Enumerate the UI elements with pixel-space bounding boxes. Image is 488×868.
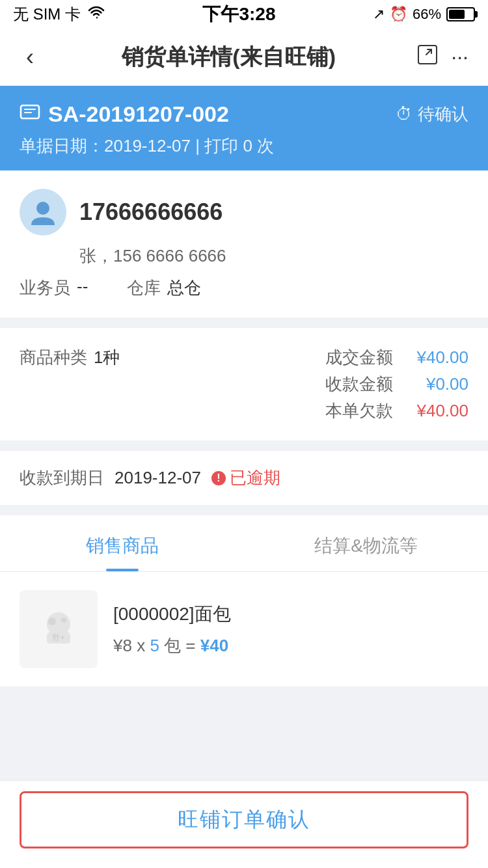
customer-meta: 业务员 -- 仓库 总仓 [20,277,468,299]
svg-point-5 [61,617,66,623]
order-icon [20,103,40,126]
battery-icon [446,7,475,21]
page-title: 销货单详情(来自旺铺) [122,42,336,72]
svg-text:野+: 野+ [52,633,64,642]
back-button[interactable]: ‹ [20,37,40,77]
nav-bar: ‹ 销货单详情(来自旺铺) ··· [0,29,488,86]
customer-phone: 17666666666 [79,198,223,226]
order-header-top: SA-20191207-002 ⏱ 待确认 [20,102,468,127]
salesperson-label: 业务员 [20,277,70,299]
warehouse-value: 总仓 [167,277,201,299]
product-list: 野+ [0000002]面包 ¥8 x 5 包 = ¥40 [0,572,488,687]
overdue-icon: ! [211,471,226,485]
product-price: ¥8 x 5 包 = ¥40 [113,634,468,657]
svg-point-2 [36,202,49,215]
warehouse-label: 仓库 [127,277,161,299]
product-total: ¥40 [200,636,228,655]
status-left: 无 SIM 卡 [13,4,105,25]
product-image: 野+ [20,590,98,668]
tabs-bar: 销售商品 结算&物流等 [0,515,488,572]
table-row: 野+ [0000002]面包 ¥8 x 5 包 = ¥40 [0,572,488,687]
warehouse-field: 仓库 总仓 [127,277,201,299]
salesperson-field: 业务员 -- [20,277,88,299]
confirm-order-button[interactable]: 旺铺订单确认 [20,791,468,848]
status-right: ↗ ⏰ 66% [373,6,475,23]
due-date-label: 收款到期日 [20,467,104,489]
overdue-text: 已逾期 [230,467,280,489]
deal-amount-label: 成交金额 [315,346,393,369]
bottom-bar: 旺铺订单确认 [0,780,488,868]
tab-settlement[interactable]: 结算&物流等 [244,515,488,571]
more-button[interactable]: ··· [451,45,468,69]
due-date-value: 2019-12-07 [115,468,201,488]
customer-card: 17666666666 张，156 6666 6666 业务员 -- 仓库 总仓 [0,170,488,318]
customer-name: 张，156 6666 6666 [20,245,468,267]
overdue-badge: ! 已逾期 [211,467,280,489]
amount-summary: 成交金额 ¥40.00 收款金额 ¥0.00 本单欠款 ¥40.00 [315,346,468,422]
product-type-label: 商品种类 [20,346,87,369]
avatar [20,189,66,236]
status-time: 下午3:28 [202,2,275,27]
nav-actions: ··· [417,44,468,70]
share-button[interactable] [417,44,438,70]
received-amount-value: ¥0.00 [403,374,468,394]
order-id: SA-20191207-002 [20,102,229,127]
owed-amount-label: 本单欠款 [315,400,393,422]
battery-text: 66% [413,6,441,23]
tab-products[interactable]: 销售商品 [0,515,244,571]
product-name: [0000002]面包 [113,602,468,627]
summary-card: 商品种类 1种 成交金额 ¥40.00 收款金额 ¥0.00 本单欠款 ¥40.… [0,328,488,441]
product-type-value: 1种 [94,346,120,369]
order-status: ⏱ 待确认 [396,103,468,126]
received-amount-label: 收款金额 [315,373,393,396]
product-qty: 5 [150,636,159,655]
alarm-icon: ⏰ [390,6,407,23]
status-bar: 无 SIM 卡 下午3:28 ↗ ⏰ 66% [0,0,488,29]
deal-amount-value: ¥40.00 [403,347,468,368]
location-icon: ↗ [373,6,385,23]
order-header: SA-20191207-002 ⏱ 待确认 单据日期：2019-12-07 | … [0,86,488,170]
due-date-card: 收款到期日 2019-12-07 ! 已逾期 [0,451,488,505]
product-type: 商品种类 1种 [20,346,120,369]
svg-point-4 [48,617,56,625]
svg-rect-0 [418,46,437,64]
received-amount-row: 收款金额 ¥0.00 [315,373,468,396]
salesperson-value: -- [77,277,88,299]
carrier-text: 无 SIM 卡 [13,4,81,25]
owed-amount-row: 本单欠款 ¥40.00 [315,400,468,422]
owed-amount-value: ¥40.00 [403,401,468,421]
deal-amount-row: 成交金额 ¥40.00 [315,346,468,369]
wifi-icon [87,5,105,23]
clock-icon: ⏱ [396,104,413,124]
order-date-line: 单据日期：2019-12-07 | 打印 0 次 [20,135,468,157]
customer-top: 17666666666 [20,189,468,236]
product-info: [0000002]面包 ¥8 x 5 包 = ¥40 [113,602,468,657]
